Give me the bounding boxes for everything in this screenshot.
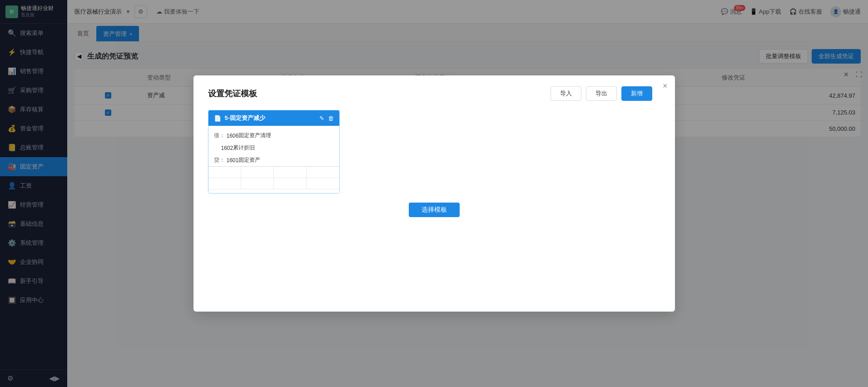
- template-grid-row-1: [208, 167, 339, 178]
- grid-cell-1-4: [307, 167, 339, 178]
- entry-account-3: 固定资产: [238, 156, 260, 164]
- grid-cell-1-2: [241, 167, 274, 178]
- new-button[interactable]: 新增: [621, 86, 652, 101]
- grid-cell-1-3: [274, 167, 307, 178]
- grid-cell-2-3: [274, 178, 307, 189]
- entry-code-3: 1601: [227, 157, 239, 164]
- template-doc-icon: 📄: [214, 115, 221, 122]
- modal-dialog: 设置凭证模板 × 导入 导出 新增 📄 5-固定资产减少 ✎ 🗑 借： 1606: [193, 75, 675, 312]
- grid-cell-2-1: [208, 178, 241, 189]
- select-template-button[interactable]: 选择模板: [409, 203, 460, 217]
- template-entry-3: 贷： 1601 固定资产: [208, 154, 339, 166]
- modal-overlay[interactable]: 设置凭证模板 × 导入 导出 新增 📄 5-固定资产减少 ✎ 🗑 借： 1606: [0, 0, 868, 387]
- template-card-body: 借： 1606 固定资产清理 1602 累计折旧 贷： 1601 固定资产: [208, 126, 339, 193]
- entry-account-2: 累计折旧: [233, 144, 255, 152]
- entry-code-2: 1602: [221, 145, 233, 151]
- entry-type-3: 贷：: [214, 156, 225, 164]
- grid-cell-1-1: [208, 167, 241, 178]
- template-grid-row-2: [208, 178, 339, 189]
- entry-account-1: 固定资产清理: [238, 132, 271, 139]
- grid-cell-2-2: [241, 178, 274, 189]
- template-grid: [208, 166, 339, 189]
- template-edit-icon[interactable]: ✎: [319, 115, 324, 122]
- modal-toolbar: 导入 导出 新增: [551, 86, 652, 101]
- entry-code-1: 1606: [227, 133, 239, 139]
- export-button[interactable]: 导出: [586, 86, 617, 101]
- template-card: 📄 5-固定资产减少 ✎ 🗑 借： 1606 固定资产清理 1602 累计折旧: [208, 110, 340, 194]
- entry-type-1: 借：: [214, 132, 225, 139]
- template-actions: ✎ 🗑: [319, 115, 334, 122]
- grid-cell-2-4: [307, 178, 339, 189]
- modal-close-button[interactable]: ×: [663, 82, 668, 90]
- template-name: 5-固定资产减少: [225, 114, 316, 122]
- import-button[interactable]: 导入: [551, 86, 581, 101]
- template-card-header: 📄 5-固定资产减少 ✎ 🗑: [208, 110, 339, 126]
- template-delete-icon[interactable]: 🗑: [328, 115, 334, 122]
- template-entry-1: 借： 1606 固定资产清理: [208, 129, 339, 142]
- template-entry-2: 1602 累计折旧: [208, 142, 339, 154]
